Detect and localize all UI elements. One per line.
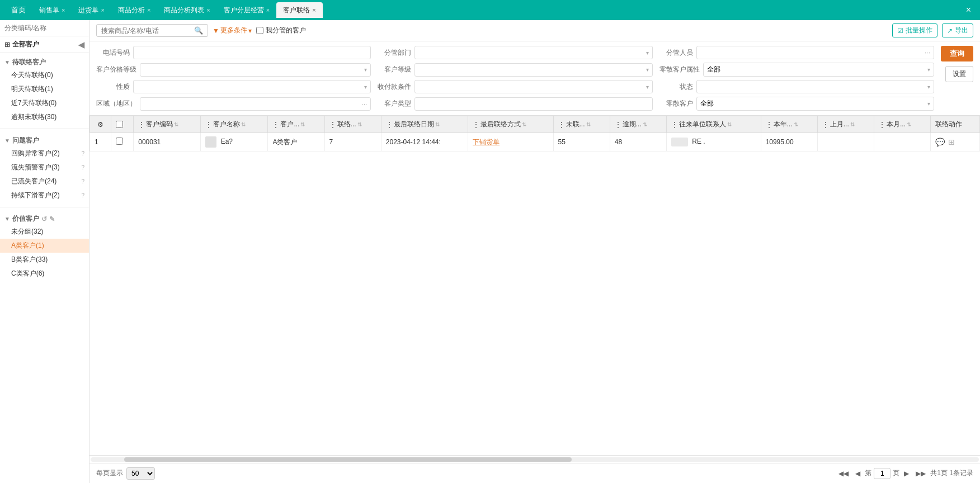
- field-phone-input[interactable]: [133, 46, 371, 59]
- sidebar-item-declining[interactable]: 持续下滑客户(2) ?: [0, 188, 89, 202]
- settings-button[interactable]: 设置: [945, 66, 973, 82]
- nav-tab-analytics[interactable]: 商品分析 ×: [111, 2, 157, 18]
- sort-icon-overdue[interactable]: ⇅: [643, 121, 647, 127]
- nav-tab-purchase[interactable]: 进货单 ×: [72, 2, 111, 18]
- field-nature-input[interactable]: ▾: [133, 80, 371, 93]
- next-page-btn[interactable]: ▶: [902, 468, 911, 479]
- sidebar-item-a-class[interactable]: A类客户(1): [0, 239, 89, 253]
- nav-home[interactable]: 首页: [4, 5, 32, 15]
- col-contact-count[interactable]: ⋮ 联络... ⇅: [324, 116, 381, 133]
- sort-icon-name[interactable]: ⇅: [241, 121, 246, 127]
- nav-close-analytics[interactable]: ×: [147, 7, 150, 13]
- nav-tab-analytics-list[interactable]: 商品分析列表 ×: [157, 2, 216, 18]
- col-code[interactable]: ⋮ 客户编码 ⇅: [134, 116, 201, 133]
- scroll-thumb[interactable]: [124, 457, 572, 462]
- refresh-icon-value[interactable]: ↺: [41, 215, 47, 223]
- nav-tab-sales[interactable]: 销售单 ×: [32, 2, 72, 18]
- nav-tab-customer-contact[interactable]: 客户联络 ×: [276, 2, 322, 18]
- status-arrow-icon: ▾: [927, 84, 930, 90]
- field-customer-type-input[interactable]: [414, 97, 652, 111]
- prev-page-btn[interactable]: ◀: [853, 468, 863, 479]
- sort-icon-contact-person[interactable]: ⇅: [727, 121, 732, 127]
- sidebar-collapse-btn[interactable]: ◀: [78, 40, 84, 49]
- sidebar-item-tomorrow[interactable]: 明天待联络(1): [0, 82, 89, 96]
- sort-icon-last-date[interactable]: ⇅: [435, 121, 440, 127]
- cell-last-type[interactable]: 下销货单: [468, 133, 553, 151]
- sidebar-item-churn-warn[interactable]: 流失预警客户(3) ?: [0, 160, 89, 174]
- nav-close-analytics-list[interactable]: ×: [206, 7, 210, 13]
- sidebar-group-title-value[interactable]: ▼ 价值客户 ↺ ✎: [0, 212, 89, 225]
- my-customers-checkbox[interactable]: 我分管的客户: [256, 26, 306, 35]
- sidebar-group-title-pending[interactable]: ▼ 待联络客户: [0, 55, 89, 68]
- message-icon[interactable]: 💬: [935, 138, 945, 146]
- export-btn[interactable]: ↗ 导出: [942, 23, 973, 37]
- field-status-input[interactable]: ▾: [696, 80, 934, 93]
- nav-close-customer-contact[interactable]: ×: [312, 7, 315, 13]
- field-scatter-customer-input[interactable]: 全部 ▾: [696, 97, 934, 111]
- col-name[interactable]: ⋮ 客户名称 ⇅: [201, 116, 268, 133]
- sort-icon-last-month[interactable]: ⇅: [850, 121, 855, 127]
- field-customer-grade-input[interactable]: ▾: [414, 63, 652, 77]
- horizontal-scrollbar[interactable]: [89, 455, 980, 463]
- batch-ops-btn[interactable]: ☑ 批量操作: [892, 23, 937, 37]
- filter-search-input[interactable]: [101, 27, 192, 35]
- sidebar-item-churned[interactable]: 已流失客户(24) ?: [0, 174, 89, 188]
- nav-tab-customer-segment[interactable]: 客户分层经营 ×: [217, 2, 276, 18]
- qr-icon[interactable]: ⊞: [948, 138, 955, 146]
- sidebar-group-title-problem[interactable]: ▼ 问题客户: [0, 134, 89, 146]
- sidebar-item-b-class[interactable]: B类客户(33): [0, 253, 89, 267]
- sort-icon-code[interactable]: ⇅: [174, 121, 178, 127]
- sort-icon-last-type[interactable]: ⇅: [522, 121, 526, 127]
- col-last-type[interactable]: ⋮ 最后联络方式 ⇅: [468, 116, 553, 133]
- edit-icon-value[interactable]: ✎: [49, 215, 55, 223]
- field-manager-input[interactable]: ···: [696, 46, 934, 59]
- col-last-month[interactable]: ⋮ 上月... ⇅: [817, 116, 874, 133]
- sidebar-item-7days[interactable]: 近7天待联络(0): [0, 96, 89, 110]
- sidebar-item-today[interactable]: 今天待联络(0): [0, 68, 89, 82]
- gear-icon[interactable]: ⚙: [97, 121, 103, 129]
- col-checkbox[interactable]: [111, 116, 133, 133]
- scroll-track[interactable]: [91, 457, 979, 462]
- sort-icon-no-contact[interactable]: ⇅: [586, 121, 591, 127]
- first-page-btn[interactable]: ◀◀: [836, 468, 851, 479]
- nav-close-customer-segment[interactable]: ×: [266, 7, 270, 13]
- sort-icon-level[interactable]: ⇅: [300, 121, 305, 127]
- filter-more-btn[interactable]: ▼ 更多条件 ▾: [213, 26, 252, 35]
- sidebar-item-abnormal[interactable]: 回购异常客户(2) ?: [0, 146, 89, 160]
- per-page-select[interactable]: 50 100 200: [126, 467, 155, 480]
- col-this-month[interactable]: ⋮ 本月... ⇅: [874, 116, 930, 133]
- sidebar-item-c-class[interactable]: C类客户(6): [0, 267, 89, 281]
- col-no-contact[interactable]: ⋮ 未联... ⇅: [553, 116, 610, 133]
- query-button[interactable]: 查询: [941, 46, 973, 61]
- col-contact-person[interactable]: ⋮ 往来单位联系人 ⇅: [666, 116, 761, 133]
- last-page-btn[interactable]: ▶▶: [913, 468, 928, 479]
- nav-close-purchase[interactable]: ×: [101, 7, 104, 13]
- sidebar-search-input[interactable]: [4, 24, 88, 32]
- nav-close-all[interactable]: ×: [962, 5, 976, 15]
- col-year[interactable]: ⋮ 本年... ⇅: [761, 116, 817, 133]
- my-customers-check-input[interactable]: [256, 27, 263, 34]
- sort-icon-this-month[interactable]: ⇅: [907, 121, 911, 127]
- col-last-date[interactable]: ⋮ 最后联络日期 ⇅: [381, 116, 468, 133]
- sort-icon-year[interactable]: ⇅: [794, 121, 798, 127]
- col-level[interactable]: ⋮ 客户... ⇅: [268, 116, 324, 133]
- sort-icon-contact-count[interactable]: ⇅: [357, 121, 362, 127]
- sidebar-item-overdue[interactable]: 逾期未联络(30): [0, 110, 89, 124]
- filter-search-icon[interactable]: 🔍: [194, 26, 203, 35]
- field-payment-input[interactable]: ▾: [414, 80, 652, 93]
- page-input[interactable]: [874, 468, 891, 479]
- field-price-grade-input[interactable]: ▾: [140, 63, 371, 77]
- col-gear[interactable]: ⚙: [90, 116, 111, 133]
- field-scatter-attr-input[interactable]: 全部 ▾: [703, 63, 934, 77]
- field-dept-input[interactable]: ▾: [414, 46, 652, 59]
- col-overdue[interactable]: ⋮ 逾期... ⇅: [610, 116, 666, 133]
- top-nav: 首页 销售单 × 进货单 × 商品分析 × 商品分析列表 × 客户分层经营 × …: [0, 0, 980, 20]
- sidebar-root-label[interactable]: 全部客户: [12, 40, 39, 49]
- cell-checkbox[interactable]: [111, 133, 133, 151]
- field-region-input[interactable]: ···: [140, 97, 371, 111]
- sidebar-item-ungroup[interactable]: 未分组(32): [0, 225, 89, 239]
- cell-contact-person: RE .: [666, 133, 761, 151]
- select-all-checkbox[interactable]: [116, 121, 123, 128]
- row-checkbox[interactable]: [116, 138, 123, 145]
- nav-close-sales[interactable]: ×: [62, 7, 65, 13]
